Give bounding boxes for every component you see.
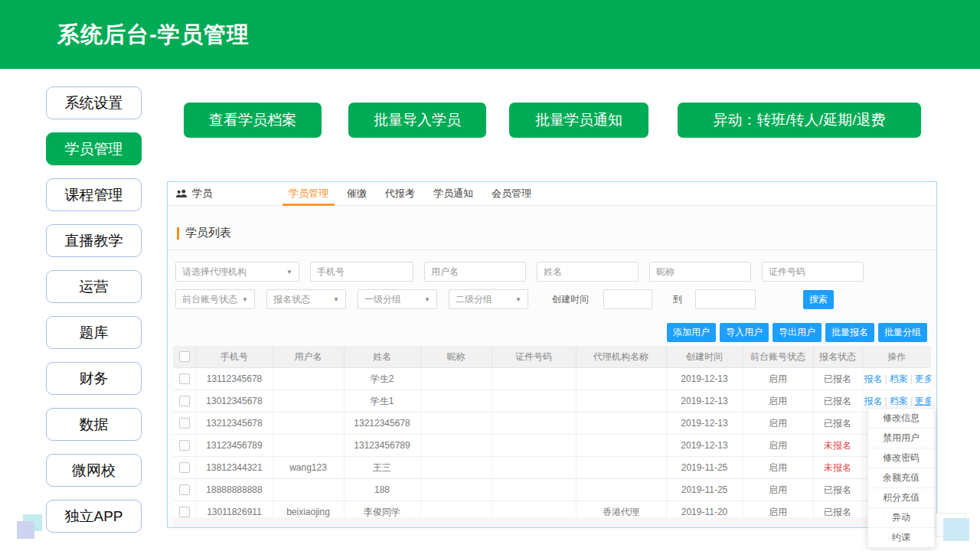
sidebar: 系统设置学员管理课程管理直播教学运营题库财务数据微网校独立APP [46, 86, 142, 546]
cell-phone: 18888888888 [196, 479, 273, 501]
column-header: 证件号码 [492, 346, 576, 368]
tab-student-notice[interactable]: 学员通知 [424, 182, 482, 205]
row-checkbox[interactable] [179, 440, 190, 451]
row-checkbox[interactable] [179, 484, 190, 495]
id-number-input[interactable] [762, 262, 864, 282]
batch-group-button[interactable]: 批量分组 [878, 323, 927, 342]
section-accent-bar [177, 227, 179, 240]
cell-id-no [492, 457, 576, 479]
page-header: 系统后台-学员管理 [0, 0, 980, 69]
select-all-header-cell [173, 346, 196, 368]
group-icon [175, 189, 188, 199]
enroll-status-select[interactable]: 报名状态▼ [266, 289, 346, 309]
enroll-link[interactable]: 报名 [864, 373, 883, 384]
dropdown-item[interactable]: 禁用用户 [868, 428, 934, 448]
more-link[interactable]: 更多 [915, 373, 931, 384]
cell-name: 188 [344, 479, 420, 501]
cell-enroll-status: 未报名 [813, 435, 862, 457]
cell-name: 13123456789 [344, 435, 420, 457]
cell-agency [576, 457, 666, 479]
column-header: 报名状态 [813, 346, 862, 368]
tab-exam-registration[interactable]: 代报考 [376, 182, 424, 205]
sidebar-item-data[interactable]: 数据 [46, 408, 142, 441]
cell-enroll-status: 已报名 [813, 479, 862, 501]
account-status-select[interactable]: 前台账号状态▼ [175, 289, 255, 309]
name-input[interactable] [537, 262, 639, 282]
created-to-input[interactable] [695, 289, 756, 309]
cell-name: 学生1 [344, 390, 420, 412]
sidebar-item-system-settings[interactable]: 系统设置 [46, 86, 142, 119]
enroll-link[interactable]: 报名 [864, 396, 883, 406]
row-select-cell [173, 435, 196, 457]
nickname-input[interactable] [649, 262, 751, 282]
cell-account: 启用 [743, 435, 813, 457]
search-button[interactable]: 搜索 [803, 290, 834, 309]
cell-agency [576, 479, 666, 501]
cell-phone: 13812344321 [196, 457, 273, 479]
row-select-cell [173, 412, 196, 435]
dropdown-item[interactable]: 约课 [868, 527, 934, 547]
chevron-down-icon: ▼ [515, 296, 521, 303]
tab-payment-reminder[interactable]: 催缴 [338, 182, 376, 205]
cell-name: 13212345678 [344, 412, 420, 435]
archive-link[interactable]: 档案 [890, 373, 908, 384]
batch-enroll-button[interactable]: 批量报名 [825, 323, 874, 342]
group-level1-select[interactable]: 一级分组▼ [358, 289, 437, 309]
phone-input[interactable] [310, 262, 413, 282]
sidebar-item-operations[interactable]: 运营 [46, 270, 142, 303]
sidebar-item-student-management[interactable]: 学员管理 [46, 132, 142, 165]
batch-import-students-button[interactable]: 批量导入学员 [348, 103, 486, 138]
sidebar-item-finance[interactable]: 财务 [46, 362, 142, 395]
import-user-button[interactable]: 导入用户 [720, 323, 769, 342]
sidebar-item-micro-school[interactable]: 微网校 [46, 454, 142, 487]
view-student-archive-button[interactable]: 查看学员档案 [184, 103, 322, 138]
panel-tabbar: 学员 学员管理催缴代报考学员通知会员管理 [168, 182, 936, 206]
export-user-button[interactable]: 导出用户 [773, 323, 822, 342]
cell-account: 启用 [743, 412, 813, 435]
sidebar-item-standalone-app[interactable]: 独立APP [46, 500, 142, 533]
row-checkbox[interactable] [179, 396, 190, 406]
table-row: 13123456789131234567892019-12-13启用未报名 [173, 435, 931, 457]
cell-username [273, 435, 344, 457]
row-checkbox[interactable] [179, 373, 190, 384]
change-transfer-delay-refund-button[interactable]: 异动：转班/转人/延期/退费 [678, 103, 921, 138]
dropdown-item[interactable]: 修改信息 [868, 409, 934, 428]
dropdown-item[interactable]: 余额充值 [868, 468, 934, 487]
created-from-input[interactable] [603, 289, 652, 309]
table-row: 13112345678学生22019-12-13启用已报名报名|档案|更多 [173, 368, 931, 390]
cell-phone: 13212345678 [196, 412, 273, 435]
sidebar-item-live-teaching[interactable]: 直播教学 [46, 224, 142, 257]
row-checkbox[interactable] [179, 462, 190, 473]
cell-enroll-status: 已报名 [813, 412, 862, 435]
sidebar-item-question-bank[interactable]: 题库 [46, 316, 142, 349]
cell-enroll-status: 已报名 [813, 390, 862, 412]
tab-student-management[interactable]: 学员管理 [279, 182, 338, 205]
cell-account: 启用 [743, 479, 813, 501]
more-link[interactable]: 更多 [915, 396, 931, 406]
cell-created: 2019-12-13 [666, 412, 743, 435]
cell-username [273, 390, 344, 412]
batch-student-notice-button[interactable]: 批量学员通知 [509, 103, 648, 138]
tab-member-management[interactable]: 会员管理 [482, 182, 541, 205]
cell-operations: 报名|档案|更多 [862, 368, 931, 390]
dropdown-item[interactable]: 修改密码 [868, 448, 934, 468]
group-level2-select[interactable]: 二级分组▼ [449, 289, 528, 309]
cell-enroll-status: 已报名 [813, 368, 862, 390]
table-row: 188888888881882019-11-25启用已报名 [173, 479, 931, 501]
sidebar-item-course-management[interactable]: 课程管理 [46, 178, 142, 211]
cell-agency [576, 412, 666, 435]
row-checkbox[interactable] [179, 418, 190, 429]
archive-link[interactable]: 档案 [890, 396, 908, 406]
select-all-checkbox[interactable] [179, 351, 190, 362]
dropdown-item[interactable]: 异动 [868, 507, 934, 527]
student-panel: 学员 学员管理催缴代报考学员通知会员管理 学员列表 请选择代理机构▼ 前台账号状… [167, 181, 937, 528]
section-title: 学员列表 [185, 226, 231, 240]
cell-id-no [492, 435, 576, 457]
add-user-button[interactable]: 添加用户 [667, 323, 716, 342]
module-label-group: 学员 [175, 187, 212, 201]
dropdown-item[interactable]: 积分充值 [868, 487, 934, 507]
username-input[interactable] [424, 262, 526, 282]
cell-agency [576, 435, 666, 457]
row-checkbox[interactable] [179, 507, 190, 517]
agency-select[interactable]: 请选择代理机构▼ [175, 262, 299, 282]
